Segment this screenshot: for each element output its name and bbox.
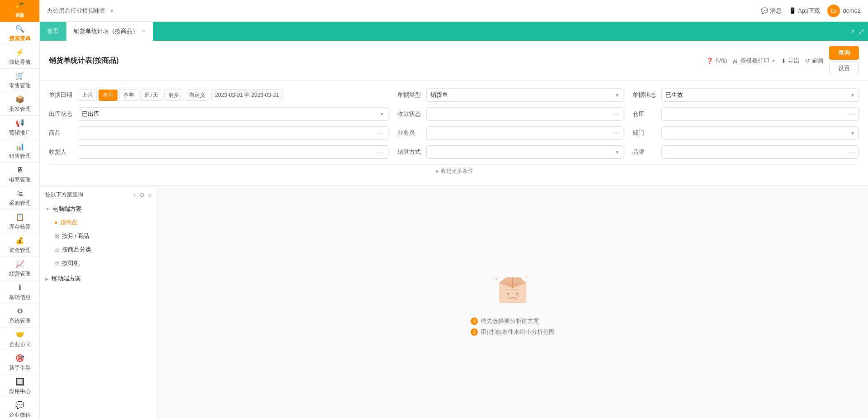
tree-mobile-section[interactable]: ▶ 移动端方案 [40,272,157,285]
tree-label-product: 按商品 [60,218,78,227]
date-this-month[interactable]: 本月 [99,90,118,101]
app-download-button[interactable]: 📱 App下载 [789,7,820,15]
month-product-icon: ▦ [54,233,59,239]
user-menu[interactable]: Ea demo2 [827,5,861,17]
docstatus-arrow: ▼ [850,93,855,98]
salesperson-select[interactable]: ··· [426,126,624,140]
sidebar-item-purchase[interactable]: 🛍 采购管理 [0,186,39,210]
query-button[interactable]: 查询 [829,46,859,60]
date-last7[interactable]: 近7天 [140,90,162,101]
date-last-month[interactable]: 上月 [78,90,97,101]
sidebar-item-finance[interactable]: 💰 资金管理 [0,233,39,257]
sidebar-item-collab[interactable]: 🤝 企业协同 [0,328,39,351]
receiver-dots: ··· [378,149,384,155]
settlement-select[interactable]: ▼ [426,145,624,159]
tree-item-category[interactable]: ▤ 按商品分类 [45,243,157,256]
sidebar-item-inventory[interactable]: 📋 库存核算 [0,210,39,233]
main-panel: ✦ ✦ ✧ 1 请先选择要分析的方案 2 用[过滤]条件来缩小分析范围 [157,185,868,418]
system-icon: ⚙ [17,306,23,316]
product-select[interactable]: ··· [78,126,388,140]
sidebar-item-retail[interactable]: 🛒 零售管理 [0,69,39,92]
paymentstatus-select[interactable]: ··· [426,107,624,121]
print-dropdown-arrow[interactable]: ▼ [771,58,776,63]
panel-collapse-icon[interactable]: « [148,191,151,199]
doctype-value: 销货单 [430,91,448,99]
mobile-section-label: 移动端方案 [52,275,81,283]
date-this-year[interactable]: 本年 [119,90,138,101]
filter-docstatus-field: 单据状态 已生效 ▼ [632,88,859,102]
company-dropdown-arrow[interactable]: ▼ [109,8,114,14]
sidebar-item-wholesale[interactable]: 📦 批发管理 [0,92,39,116]
sidebar-item-marketing[interactable]: 📢 营销推广 [0,116,39,139]
corpwechat-icon: 💬 [15,400,24,410]
sidebar-label-quicknav: 快捷导航 [9,58,31,66]
date-range-display[interactable]: 2023-03-01 至 2023-03-31 [211,89,283,101]
sidebar-item-corpwechat[interactable]: 💬 企业微信 [0,398,39,418]
tree-item-product[interactable]: ● 按商品 [45,216,157,229]
close-window-icon[interactable]: × [851,28,855,35]
department-select[interactable]: ▼ [661,126,859,140]
sidebar-item-quicknav[interactable]: ⚡ 快捷导航 [0,45,39,69]
filter-settlement-field: 结算方式 ▼ [397,145,624,159]
sidebar-label-purchase: 采购管理 [9,200,31,207]
tab-close-icon[interactable]: × [142,28,145,34]
sidebar: 🍊 标版 🔍 搜索菜单 ⚡ 快捷导航 🛒 零售管理 📦 批发管理 📢 营销推广 … [0,0,40,418]
tab-maximize-controls: × ⤢ [851,27,864,36]
message-label: 消息 [770,7,782,15]
tree-item-driver[interactable]: ▤ 按司机 [45,256,157,270]
sidebar-item-appcenter[interactable]: 🔲 应用中心 [0,375,39,398]
settlement-label: 结算方式 [397,148,426,156]
docstatus-value: 已生效 [665,91,683,99]
sidebar-item-sales[interactable]: 📊 销售管理 [0,139,39,163]
tree-desktop-section[interactable]: ▼ 电脑端方案 [40,202,157,216]
help-button[interactable]: ❓ 帮助 [706,57,727,65]
settings-button[interactable]: 设置 [829,62,859,75]
filter-row-4: 收货人 ··· 结算方式 ▼ 品牌 [49,145,859,159]
panel-add-icon[interactable]: + [133,191,137,199]
sidebar-item-operations[interactable]: 📈 经营管理 [0,257,39,280]
date-more[interactable]: 更多 [164,90,183,101]
refresh-button[interactable]: ↺ 刷新 [805,57,824,65]
company-name: 办公用品行业模拟账套 [47,7,106,15]
sidebar-item-search[interactable]: 🔍 搜索菜单 [0,22,39,45]
tab-active[interactable]: 销货单统计表（按商品） × [66,22,153,41]
print-button[interactable]: 🖨 按模板打印 ▼ [732,57,776,65]
sidebar-item-guide[interactable]: 🎯 新手引导 [0,351,39,375]
message-button[interactable]: 💬 消息 [761,7,782,15]
maximize-icon[interactable]: ⤢ [859,27,864,36]
sidebar-item-basicinfo[interactable]: ℹ 基础信息 [0,280,39,304]
user-name: demo2 [843,7,861,14]
header-left: 办公用品行业模拟账套 ▼ [47,7,114,15]
empty-icon: ✦ ✦ ✧ [490,265,535,310]
sidebar-label-finance: 资金管理 [9,247,31,254]
sidebar-item-ecommerce[interactable]: 🖥 电商管理 [0,163,39,186]
left-panel-header: 按以下方案查询 + ⚙ « [40,191,157,202]
doctype-select[interactable]: 销货单 ▼ [426,88,624,102]
header-right: 💬 消息 📱 App下载 Ea demo2 [761,5,861,17]
tree-item-month-product[interactable]: ▦ 按月+商品 [45,229,157,243]
receiver-label: 收货人 [49,148,78,156]
docstatus-select[interactable]: 已生效 ▼ [661,88,859,102]
sidebar-label-sales: 销售管理 [9,152,31,160]
receiver-select[interactable]: ··· [78,145,388,159]
brand-select[interactable]: ··· [661,145,859,159]
refresh-icon: ↺ [805,57,810,64]
category-icon: ▤ [54,247,59,253]
tree-label-category: 按商品分类 [62,246,91,254]
outstatus-select[interactable]: 已出库 ▼ [78,107,388,121]
sidebar-item-system[interactable]: ⚙ 系统管理 [0,304,39,328]
date-custom[interactable]: 自定义 [185,90,209,101]
guide-icon: 🎯 [15,353,24,363]
warehouse-select[interactable]: ··· [661,107,859,121]
panel-icons: + ⚙ « [133,191,151,199]
panel-settings-icon[interactable]: ⚙ [139,191,145,199]
warehouse-label: 仓库 [632,110,661,118]
basicinfo-icon: ℹ [19,283,21,293]
department-label: 部门 [632,129,661,137]
brand-label: 品牌 [632,148,661,156]
export-button[interactable]: ⬇ 导出 [781,57,800,65]
collab-icon: 🤝 [15,330,24,340]
collapse-button[interactable]: ∧ 收起更多条件 [49,164,859,178]
tab-home[interactable]: 首页 [40,22,66,41]
sidebar-label-search: 搜索菜单 [9,35,31,43]
